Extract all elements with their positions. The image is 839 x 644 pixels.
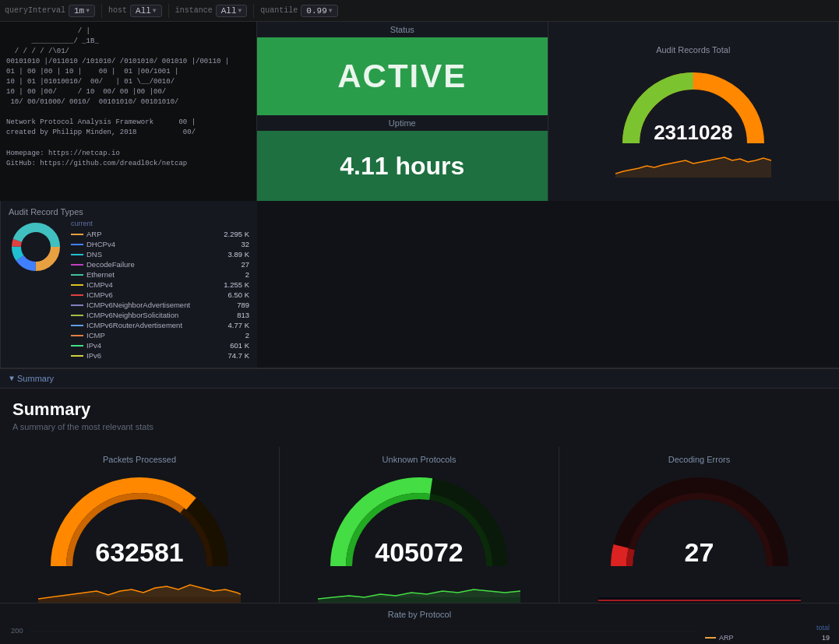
audit-type-value: 32 bbox=[210, 240, 249, 248]
top-bar-instance[interactable]: All ▼ bbox=[216, 5, 248, 17]
audit-type-name: ICMPv6NeighborAdvertisement bbox=[86, 301, 207, 309]
rate-protocol-legend: total ARP 19 DHCPv4 0 DNS 24 DecodeFailu… bbox=[705, 624, 830, 644]
uptime-label: Uptime bbox=[389, 118, 416, 128]
summary-section: Summary A summary of the most relevant s… bbox=[0, 389, 839, 447]
gauge-unknown-title: Unknown Protocols bbox=[382, 455, 457, 464]
chevron-down-icon-3: ▼ bbox=[238, 7, 242, 14]
audit-type-row: ICMPv6NeighborSolicitation 813 bbox=[71, 311, 249, 319]
packets-value: 632581 bbox=[95, 537, 183, 568]
top-bar-label-instance: instance bbox=[175, 6, 213, 15]
status-value: ACTIVE bbox=[337, 58, 467, 95]
audit-type-row: DecodeFailure 27 bbox=[71, 260, 249, 269]
gauge-errors-title: Decoding Errors bbox=[668, 455, 730, 464]
audit-type-value: 2.295 K bbox=[210, 230, 249, 238]
chevron-down-icon-4: ▼ bbox=[329, 7, 333, 14]
audit-types-title: Audit Record Types bbox=[9, 207, 249, 216]
top-bar: queryInterval 1m ▼ host All ▼ instance A… bbox=[0, 0, 839, 22]
audit-type-name: ICMPv6RouterAdvertisement bbox=[86, 321, 207, 329]
audit-color-swatch bbox=[71, 244, 83, 245]
top-bar-label-quantile: quantile bbox=[260, 6, 298, 15]
audit-type-name: Ethernet bbox=[86, 270, 207, 279]
terminal-text: / | __________/ _1B_ / / / / /\01/ 00101… bbox=[6, 26, 250, 169]
summary-title: Summary bbox=[12, 399, 827, 420]
audit-type-name: ICMPv6 bbox=[86, 290, 207, 299]
audit-color-swatch bbox=[71, 234, 83, 235]
legend-total-header: total bbox=[705, 624, 830, 632]
summary-collapse-header[interactable]: ▼ Summary bbox=[0, 368, 839, 389]
audit-type-name: ICMPv4 bbox=[86, 280, 207, 289]
audit-types-panel: Audit Record Types current ARP 2.295 K D… bbox=[0, 201, 257, 368]
audit-color-swatch bbox=[71, 315, 83, 316]
audit-type-row: ICMPv6 6.50 K bbox=[71, 290, 249, 299]
collapse-icon: ▼ bbox=[9, 375, 14, 383]
audit-type-value: 27 bbox=[210, 260, 249, 269]
top-bar-label-host: host bbox=[108, 6, 127, 15]
audit-type-value: 3.89 K bbox=[210, 250, 249, 259]
audit-type-name: DHCPv4 bbox=[86, 240, 207, 248]
uptime-value: 4.11 hours bbox=[340, 152, 464, 181]
audit-type-value: 74.7 K bbox=[210, 351, 249, 360]
audit-records-value: 2311028 bbox=[654, 121, 732, 145]
audit-color-swatch bbox=[71, 335, 83, 336]
rate-by-protocol-section: Rate by Protocol 200 150 100 50 bbox=[0, 604, 839, 644]
audit-type-row: DNS 3.89 K bbox=[71, 250, 249, 259]
audit-type-row: Ethernet 2 bbox=[71, 270, 249, 279]
audit-color-swatch bbox=[71, 355, 83, 357]
rate-protocol-title: Rate by Protocol bbox=[9, 610, 830, 619]
audit-donut-area: current ARP 2.295 K DHCPv4 32 DNS 3.89 K… bbox=[9, 220, 249, 361]
audit-rows-container: ARP 2.295 K DHCPv4 32 DNS 3.89 K DecodeF… bbox=[71, 230, 249, 360]
separator-3 bbox=[253, 4, 254, 18]
audit-table-area: current ARP 2.295 K DHCPv4 32 DNS 3.89 K… bbox=[71, 220, 249, 361]
gauge-decoding-errors: Decoding Errors 27 bbox=[559, 447, 839, 603]
audit-type-value: 6.50 K bbox=[210, 290, 249, 299]
audit-color-swatch bbox=[71, 274, 83, 276]
audit-type-row: IPv4 601 K bbox=[71, 341, 249, 350]
top-bar-queryinterval[interactable]: 1m ▼ bbox=[69, 5, 95, 17]
audit-type-name: DecodeFailure bbox=[86, 260, 207, 269]
audit-color-swatch bbox=[71, 264, 83, 266]
rate-chart-wrapper: 200 150 100 50 22:52 bbox=[9, 624, 830, 644]
audit-type-row: ICMP 2 bbox=[71, 331, 249, 340]
gauge-row: Packets Processed 632581 Unknown Protoco… bbox=[0, 447, 839, 604]
status-uptime-panel: Status ACTIVE Uptime 4.11 hours bbox=[257, 22, 548, 201]
audit-donut-chart bbox=[9, 220, 63, 274]
chevron-down-icon: ▼ bbox=[86, 7, 90, 14]
separator-2 bbox=[168, 4, 169, 18]
audit-type-name: DNS bbox=[86, 250, 207, 259]
audit-type-name: ARP bbox=[86, 230, 207, 238]
audit-gauge: 2311028 bbox=[615, 58, 771, 151]
audit-type-value: 601 K bbox=[210, 341, 249, 350]
audit-type-name: IPv4 bbox=[86, 341, 207, 350]
audit-type-value: 4.77 K bbox=[210, 321, 249, 329]
terminal-panel: / | __________/ _1B_ / / / / /\01/ 00101… bbox=[0, 22, 257, 201]
audit-records-title: Audit Records Total bbox=[656, 45, 730, 55]
svg-text:200: 200 bbox=[11, 627, 23, 635]
separator bbox=[101, 4, 102, 18]
summary-subtitle: A summary of the most relevant stats bbox=[12, 422, 827, 431]
audit-type-value: 2 bbox=[210, 270, 249, 279]
unknown-value: 405072 bbox=[375, 537, 463, 568]
audit-type-name: IPv6 bbox=[86, 351, 207, 360]
audit-color-swatch bbox=[71, 345, 83, 347]
audit-color-swatch bbox=[71, 294, 83, 296]
audit-color-swatch bbox=[71, 325, 83, 326]
rate-legend-rows: ARP 19 DHCPv4 0 DNS 24 DecodeFailure 0 E… bbox=[705, 634, 830, 644]
gauge-packets-processed: Packets Processed 632581 bbox=[0, 447, 280, 603]
audit-type-row: DHCPv4 32 bbox=[71, 240, 249, 248]
gauge-unknown-protocols: Unknown Protocols 405072 bbox=[280, 447, 559, 603]
audit-type-row: ICMPv4 1.255 K bbox=[71, 280, 249, 289]
legend-color-swatch bbox=[705, 637, 716, 639]
audit-color-swatch bbox=[71, 304, 83, 306]
top-bar-host[interactable]: All ▼ bbox=[130, 5, 162, 17]
audit-color-swatch bbox=[71, 254, 83, 255]
summary-header-text: Summary bbox=[17, 374, 54, 383]
audit-type-value: 813 bbox=[210, 311, 249, 319]
audit-type-value: 789 bbox=[210, 301, 249, 309]
audit-type-name: ICMPv6NeighborSolicitation bbox=[86, 311, 207, 319]
status-label: Status bbox=[390, 25, 414, 34]
audit-color-swatch bbox=[71, 284, 83, 286]
gauge-packets-title: Packets Processed bbox=[103, 455, 176, 464]
errors-gauge: 27 bbox=[606, 469, 793, 574]
top-bar-quantile[interactable]: 0.99 ▼ bbox=[301, 5, 337, 17]
top-bar-label-queryinterval: queryInterval bbox=[5, 6, 65, 15]
